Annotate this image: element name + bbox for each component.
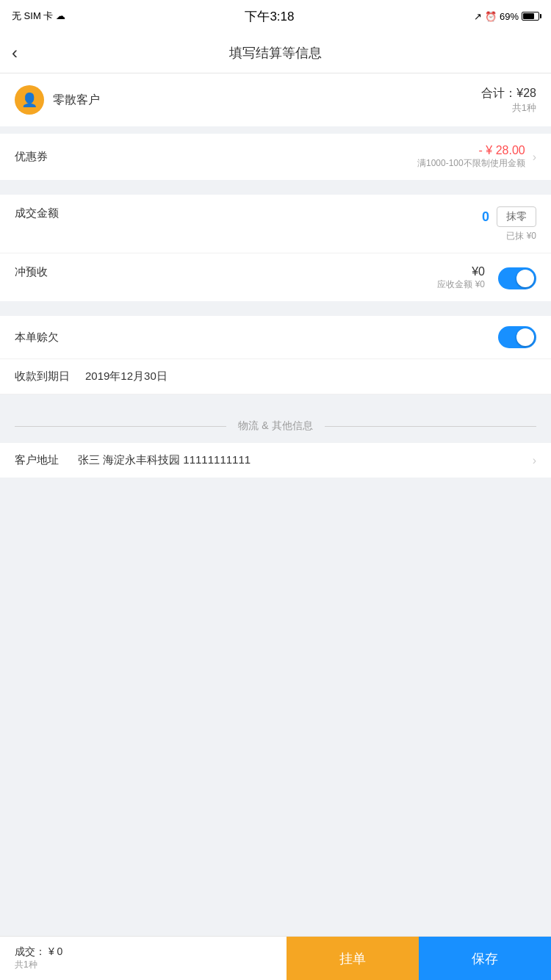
coupon-row[interactable]: 优惠券 - ¥ 28.00 满1000-100不限制使用金额 › [0,134,551,180]
divider-1 [0,187,551,195]
bottom-deal-value: ¥ 0 [48,945,62,957]
back-button[interactable]: ‹ [12,43,18,63]
logistics-line-right [325,426,536,427]
due-date-label: 收款到期日 [15,370,73,383]
coupon-value: - ¥ 28.00 满1000-100不限制使用金额 › [73,144,536,170]
customer-section: 👤 零散客户 合计：¥28 共1种 [0,73,551,126]
coupon-label: 优惠券 [15,150,73,164]
total-count: 共1种 [481,101,536,115]
logistics-label: 物流 & 其他信息 [226,419,324,433]
prepay-row: 冲预收 ¥0 应收金额 ¥0 [0,253,551,301]
bottom-deal-amount: 成交： ¥ 0 [15,945,272,959]
deal-amount-value[interactable]: 0 [482,209,489,225]
prepay-due: 应收金额 ¥0 [437,278,485,291]
debt-row: 本单赊欠 [0,316,551,359]
deal-amount-row: 成交金额 0 抹零 已抹 ¥0 [0,195,551,253]
due-date-row: 收款到期日 2019年12月30日 [0,359,551,394]
prepay-amount: ¥0 [437,265,485,278]
prepay-right: ¥0 应收金额 ¥0 [73,265,536,291]
deal-amount-label: 成交金额 [15,206,73,220]
bottom-bar: 成交： ¥ 0 共1种 挂单 保存 [0,936,551,980]
hold-button-label: 挂单 [339,950,366,968]
customer-name: 零散客户 [53,93,100,108]
chevron-icon: › [533,151,536,164]
divider-3 [0,402,551,409]
debt-right [73,326,536,348]
address-label: 客户地址 [15,453,66,467]
page-title: 填写结算等信息 [229,44,322,62]
status-right: ↗ ⏰ 69% [474,11,539,22]
logistics-divider: 物流 & 其他信息 [0,409,551,443]
avatar: 👤 [15,85,44,115]
location-icon: ↗ [474,11,482,22]
address-chevron-icon: › [533,454,536,467]
coupon-info: - ¥ 28.00 满1000-100不限制使用金额 [417,144,525,170]
battery-icon [522,12,539,21]
nav-bar: ‹ 填写结算等信息 [0,32,551,73]
coupon-amount: - ¥ 28.00 [417,144,525,157]
bottom-info: 成交： ¥ 0 共1种 [0,945,287,971]
coupon-desc: 满1000-100不限制使用金额 [417,157,525,170]
prepay-label: 冲预收 [15,265,73,279]
alarm-icon: ⏰ [485,11,497,22]
total-amount: 合计：¥28 [481,86,536,101]
deal-amount-right: 0 抹零 已抹 ¥0 [73,206,536,242]
logistics-line-left [15,426,226,427]
amount-section: 成交金额 0 抹零 已抹 ¥0 冲预收 ¥0 应收金额 ¥0 [0,195,551,301]
empty-space [0,485,551,632]
address-value: 张三 海淀永丰科技园 11111111111 [66,453,533,467]
coupon-section: 优惠券 - ¥ 28.00 满1000-100不限制使用金额 › [0,134,551,180]
divider-2 [0,309,551,316]
hold-button[interactable]: 挂单 [287,937,419,980]
save-button-label: 保存 [472,950,498,968]
status-left: 无 SIM 卡 ☁ [12,10,65,23]
status-bar: 无 SIM 卡 ☁ 下午3:18 ↗ ⏰ 69% [0,0,551,32]
bottom-deal-label: 成交： [15,945,46,957]
due-date-value[interactable]: 2019年12月30日 [85,370,168,383]
battery-percent: 69% [500,11,519,22]
prepay-toggle[interactable] [498,267,536,289]
customer-row: 👤 零散客户 合计：¥28 共1种 [0,73,551,126]
address-row[interactable]: 客户地址 张三 海淀永丰科技园 11111111111 › [0,443,551,478]
status-time: 下午3:18 [245,8,294,25]
bottom-count: 共1种 [15,959,272,971]
customer-left: 👤 零散客户 [15,85,100,115]
save-button[interactable]: 保存 [419,937,551,980]
already-rounded-text: 已抹 ¥0 [506,230,536,242]
bottom-actions: 挂单 保存 [287,937,551,980]
sim-status: 无 SIM 卡 ☁ [12,10,65,23]
debt-label: 本单赊欠 [15,331,73,345]
prepay-info: ¥0 应收金额 ¥0 [437,265,485,291]
avatar-icon: 👤 [21,92,37,108]
address-section: 客户地址 张三 海淀永丰科技园 11111111111 › [0,443,551,478]
customer-right: 合计：¥28 共1种 [481,86,536,115]
debt-section: 本单赊欠 收款到期日 2019年12月30日 [0,316,551,394]
debt-toggle[interactable] [498,326,536,348]
round-zero-button[interactable]: 抹零 [497,206,536,227]
